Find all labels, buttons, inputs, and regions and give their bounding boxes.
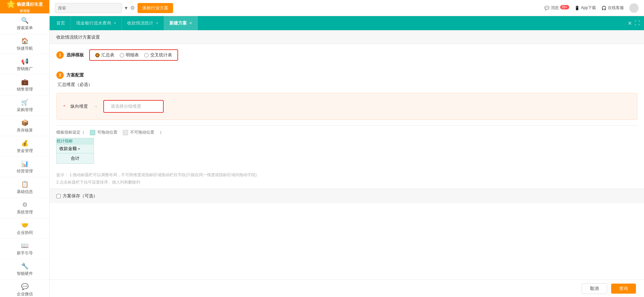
sidebar-item-9[interactable]: ⚙ 系统管理 [0,198,49,218]
sidebar-item-1[interactable]: 🏠 快捷导航 [0,34,49,54]
message-badge: 99+ [560,5,569,9]
page: 收款情况统计方案设置 1 选择模板 汇总表 明细表 [50,30,644,297]
maximize-icon[interactable]: ⛶ [635,20,640,26]
col1-dropdown-icon[interactable]: ▾ [78,147,80,151]
step1-badge: 1 [56,51,64,59]
legend-non-draggable-label: 不可拖动位置 [130,130,154,135]
sidebar-label-1: 快捷导航 [17,46,33,51]
sidebar-icon-13: 💬 [21,283,29,290]
sidebar-item-7[interactable]: 📊 经营管理 [0,157,49,177]
breadcrumb: 收款情况统计方案设置 [56,35,100,40]
step1-row: 1 选择模板 汇总表 明细表 交叉统计表 [56,49,637,61]
legend-draggable: 可拖动位置 [90,130,117,135]
sidebar-label-4: 采购管理 [17,107,33,113]
sidebar-item-3[interactable]: 💼 销售管理 [0,75,49,95]
sidebar-item-12[interactable]: 🔧 智能硬件 [0,259,49,280]
tab-2[interactable]: 收款情况统计× [122,16,164,30]
tab-3[interactable]: 新建方案× [164,16,198,30]
sidebar-item-4[interactable]: 🛒 采购管理 [0,95,49,116]
vertical-dimension-label: 纵向维度 [70,103,88,109]
message-label: 消息 [551,5,559,11]
indicator-title-close: ） [160,130,164,135]
divider [56,125,637,126]
sidebar-icon-12: 🔧 [21,262,29,270]
radio-summary[interactable]: 汇总表 [95,52,114,58]
search-input[interactable] [55,3,122,13]
sidebar-item-13[interactable]: 💬 企业微信 [0,280,49,297]
industry-btn[interactable]: 体验行业方案 [138,3,173,13]
close-window-icon[interactable]: ✕ [628,20,632,27]
radio-cross[interactable]: 交叉统计表 [144,52,172,58]
sidebar-item-2[interactable]: 📢 营销推广 [0,54,49,75]
step2-title: 方案配置 [66,72,84,78]
arrow-icon: → [93,104,98,109]
page-header: 收款情况统计方案设置 [50,30,644,44]
sidebar-label-3: 销售管理 [17,87,33,92]
download-icon: 📱 [575,6,580,10]
required-star: * [63,104,65,109]
tab-close-3[interactable]: × [190,21,192,26]
dimension-section-label: 汇总维度（必选） [56,82,637,88]
tab-close-2[interactable]: × [156,21,158,26]
step1-section: 1 选择模板 汇总表 明细表 交叉统计表 [50,44,644,71]
radio-detail[interactable]: 明细表 [120,52,139,58]
tip-line2: 2.点击标题栏下拉可设置排序、插入列和删除列 [56,179,637,186]
sidebar-item-10[interactable]: 🤝 企业协同 [0,218,49,239]
dropdown-icon[interactable]: ▾ [125,5,127,11]
sidebar-label-10: 企业协同 [17,230,33,236]
indicator-title: 模板指标设定（ [56,130,85,135]
sidebar-item-6[interactable]: 💰 资金管理 [0,136,49,157]
step1-title: 选择模板 [66,52,84,58]
table-row-sub: 合计 [57,153,94,164]
indicator-header: 模板指标设定（ 可拖动位置 不可拖动位置 ） [56,130,637,135]
sidebar-item-8[interactable]: 📋 基础信息 [0,177,49,198]
sidebar-label-13: 企业微信 [17,291,33,297]
settings-icon[interactable]: ⚙ [130,5,135,11]
radio-summary-label: 汇总表 [101,52,114,58]
sidebar-item-11[interactable]: 📖 新手引导 [0,239,49,259]
message-btn[interactable]: 💬 消息 99+ [544,5,569,11]
sidebar-icon-6: 💰 [21,140,29,147]
cancel-button[interactable]: 取消 [582,283,607,294]
sidebar-icon-11: 📖 [21,242,29,249]
sidebar-label-12: 智能硬件 [17,271,33,277]
sidebar-icon-1: 🏠 [21,37,29,45]
message-icon: 💬 [544,6,549,10]
query-button[interactable]: 查询 [611,284,636,294]
sidebar-icon-7: 📊 [21,160,29,167]
content-area: 收款情况统计方案设置 1 选择模板 汇总表 明细表 [50,30,644,297]
sidebar-icon-3: 💼 [21,78,29,86]
tip-line1: 提示： 1.拖动标题栏可以调整布局，不可跨维度或指标区域拖动栏目字段(只能在同一… [56,171,637,179]
support-btn[interactable]: 🎧 在线客服 [601,5,624,11]
sidebar-label-5: 库存核算 [17,128,33,133]
sidebar-icon-10: 🤝 [21,221,29,229]
legend-non-draggable: 不可拖动位置 [123,130,154,135]
draggable-color-box [90,130,95,135]
footer-bar: 取消 查询 [50,280,644,297]
sidebar-label-2: 营销推广 [17,66,33,72]
sidebar-icon-5: 📦 [21,119,29,127]
user-avatar[interactable] [629,3,639,13]
main-area: ▾ ⚙ 体验行业方案 💬 消息 99+ 📱 App下载 🎧 在线客服 首页现金银… [50,0,644,297]
col1-draggable[interactable]: 收款金额 ▾ [57,144,94,153]
col1-cell: 收款金额 ▾ [57,144,94,153]
save-checkbox-label[interactable]: 方案保存（可选） [56,193,98,199]
save-checkbox[interactable] [56,194,61,198]
dimension-selector[interactable]: 请选择分组维度 [103,100,164,113]
sidebar-label-0: 搜索菜单 [17,25,33,31]
tab-0[interactable]: 首页 [50,16,71,30]
save-label: 方案保存（可选） [63,193,98,199]
download-btn[interactable]: 📱 App下载 [575,5,596,11]
sidebar-item-0[interactable]: 🔍 搜索菜单 [0,13,49,34]
footer-spacer [50,203,644,220]
tab-close-1[interactable]: × [114,21,116,26]
tab-label-2: 收款情况统计 [127,20,153,26]
topbar: ▾ ⚙ 体验行业方案 💬 消息 99+ 📱 App下载 🎧 在线客服 [50,0,644,16]
sidebar: 🌟 畅捷通好生意 标准版 🔍 搜索菜单 🏠 快捷导航 📢 营销推广 💼 销售管理… [0,0,50,297]
col1-label: 收款金额 [59,146,77,152]
tab-1[interactable]: 现金银行流水查询× [71,16,122,30]
app-name: 畅捷通好生意 [17,1,43,7]
sidebar-icon-0: 🔍 [21,17,29,24]
tab-label-0: 首页 [56,20,65,26]
sidebar-item-5[interactable]: 📦 库存核算 [0,116,49,136]
